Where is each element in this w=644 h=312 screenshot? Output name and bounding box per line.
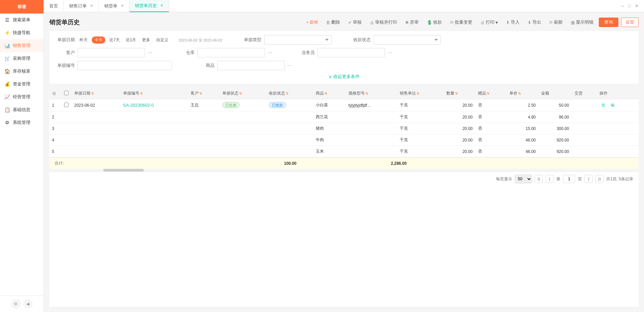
row-num: 3 [49, 123, 61, 134]
review-button[interactable]: ✔ 审核 [345, 18, 364, 27]
refresh-button[interactable]: ⟳ 刷新 [547, 18, 565, 27]
window-maximize-btn[interactable]: □ [628, 3, 631, 8]
goods-sort-icon[interactable]: ⇅ [325, 92, 327, 95]
select-all-checkbox[interactable] [64, 91, 68, 95]
sidebar-bottom: ⚙ ◀ [0, 295, 44, 312]
col-checkbox [61, 88, 72, 99]
print-dropdown-arrow[interactable]: ▾ [496, 20, 498, 25]
collapse-bar[interactable]: ∧ 收起更多条件 [55, 74, 633, 80]
table-settings-icon[interactable]: ⚙ [52, 91, 56, 96]
warehouse-input[interactable] [197, 48, 265, 57]
date-btn-yesterday[interactable]: 昨天 [78, 36, 90, 44]
tab-close-sales-delivery[interactable]: ✕ [121, 4, 124, 8]
goods-input[interactable] [217, 61, 285, 70]
row-doc-status [220, 123, 266, 134]
show-detail-button[interactable]: ▦ 显示明细 [568, 18, 596, 27]
col-transaction: 交货 [572, 88, 597, 99]
tab-sales-history[interactable]: 销货单历史 ✕ [130, 0, 169, 12]
sidebar-item-label: 资金管理 [13, 81, 30, 87]
new-button[interactable]: + 新增 [304, 18, 320, 27]
row-doc-no [120, 134, 188, 146]
sidebar-item-sales-mgmt[interactable]: 📊 销售管理 [0, 39, 44, 52]
pay-status-sort-icon[interactable]: ⇅ [286, 92, 288, 95]
pay-status-select[interactable] [373, 35, 441, 45]
first-page-btn[interactable]: ⟨⟨ [535, 175, 543, 183]
next-page-btn[interactable]: ⟩ [585, 175, 593, 183]
gift-sort-icon[interactable]: ⇅ [487, 92, 489, 95]
date-btn-custom[interactable]: 自定义 [154, 36, 170, 44]
query-button[interactable]: 查询 [599, 18, 618, 27]
col-unit: 销售单位⇅ [397, 88, 444, 99]
salesperson-dots[interactable]: ··· [388, 50, 392, 56]
col-goods: 商品⇅ [313, 88, 346, 99]
spec-sort-icon[interactable]: ⇅ [365, 92, 368, 95]
setting-button[interactable]: 设置 [621, 18, 639, 27]
scrollbar-thumb[interactable] [103, 169, 144, 172]
row-doc-no: SA-20230602-0 [120, 99, 188, 111]
row-doc-no [120, 123, 188, 134]
view-action-btn[interactable]: 览 [599, 102, 607, 108]
sidebar-item-quick-nav[interactable]: ⚡ 快捷导航 [0, 26, 44, 39]
salesperson-label: 业务员 [295, 50, 315, 56]
per-page-select[interactable]: 50 100 200 [515, 175, 532, 183]
sidebar-item-ops-mgmt[interactable]: 📈 经营管理 [0, 90, 44, 103]
customer-sort-icon[interactable]: ⇅ [199, 92, 202, 95]
doc-no-link[interactable]: SA-20230602-0 [123, 103, 154, 108]
doc-date-sort-icon[interactable]: ⇅ [91, 92, 94, 95]
row-checkbox-input[interactable] [64, 103, 68, 107]
receive-button[interactable]: 💲 收款 [424, 18, 445, 27]
sidebar-item-finance-mgmt[interactable]: 💰 资金管理 [0, 78, 44, 90]
customer-input[interactable] [78, 48, 145, 57]
batch-change-button[interactable]: ⟳ 批量变更 [447, 18, 475, 27]
row-checkbox [61, 123, 72, 134]
doc-type-select[interactable] [264, 35, 332, 45]
quantity-sort-icon[interactable]: ⇅ [455, 92, 458, 95]
sidebar-settings-btn[interactable]: ⚙ [11, 299, 21, 309]
col-settings[interactable]: ⚙ [49, 88, 61, 99]
sidebar-item-search-menu[interactable]: ☰ 搜索菜单 [0, 14, 44, 26]
sidebar-collapse-btn[interactable]: ◀ [23, 299, 33, 309]
tab-sales-delivery[interactable]: 销货单 ✕ [99, 0, 130, 12]
sidebar-logo: 标签 [0, 0, 44, 14]
date-btn-7days[interactable]: 近7天 [107, 36, 122, 44]
sidebar-item-inventory[interactable]: 🏠 库存核算 [0, 65, 44, 78]
sidebar-item-basic-info[interactable]: 📋 基础信息 [0, 103, 44, 116]
prev-page-btn[interactable]: ⟨ [545, 175, 554, 183]
doc-no-sort-icon[interactable]: ⇅ [140, 92, 143, 95]
doc-status-badge: 已生效 [222, 102, 240, 108]
tab-sales-order[interactable]: 销售订单 ✕ [64, 0, 99, 12]
tab-close-sales-order[interactable]: ✕ [90, 4, 93, 8]
date-btn-1month[interactable]: 近1月 [124, 36, 138, 44]
doc-no-input[interactable] [78, 61, 172, 70]
delete-button[interactable]: 🗑 删除 [323, 18, 343, 27]
tab-home[interactable]: 首页 [44, 0, 64, 12]
doc-status-sort-icon[interactable]: ⇅ [239, 92, 242, 95]
sidebar-item-purchase-mgmt[interactable]: 🛒 采购管理 [0, 52, 44, 65]
data-table: ⚙ 单据日期⇅ 单据编号⇅ 客户⇅ 单据状态⇅ 收款状态⇅ 商品⇅ 规格型号⇅ … [49, 88, 639, 157]
customer-dots[interactable]: ··· [148, 50, 152, 56]
sidebar-item-sys-mgmt[interactable]: ⚙ 系统管理 [0, 116, 44, 129]
page-input[interactable] [563, 175, 575, 183]
warehouse-dots[interactable]: ··· [268, 50, 272, 56]
unit-price-sort-icon[interactable]: ⇅ [518, 92, 521, 95]
date-btn-today[interactable]: 今天 [92, 36, 105, 44]
last-page-btn[interactable]: ⟩⟩ [595, 175, 604, 183]
tab-close-sales-history[interactable]: ✕ [160, 3, 163, 8]
sidebar-item-label: 搜索菜单 [13, 17, 30, 23]
edit-action-btn[interactable]: 编 [609, 102, 616, 108]
salesperson-input[interactable] [317, 48, 385, 57]
horizontal-scrollbar[interactable] [49, 169, 639, 172]
review-print-button[interactable]: 🖨 审核并打印 [367, 18, 400, 27]
sidebar-item-label: 销售管理 [13, 43, 30, 49]
unit-sort-icon[interactable]: ⇅ [417, 92, 419, 95]
date-btn-more[interactable]: 更多 [140, 36, 152, 44]
import-button[interactable]: ⬆ 导入 [503, 18, 522, 27]
export-button[interactable]: ⬇ 导出 [525, 18, 544, 27]
window-minimize-btn[interactable]: ─ [621, 3, 624, 8]
window-close-btn[interactable]: ✕ [635, 3, 639, 8]
row-spec [346, 134, 397, 146]
print-button[interactable]: 🖨 打印 ▾ [478, 18, 501, 27]
goods-dots[interactable]: ··· [287, 62, 292, 69]
footer-total-quantity: 100.00 [284, 161, 297, 166]
abandon-button[interactable]: ✖ 弃审 [402, 18, 421, 27]
